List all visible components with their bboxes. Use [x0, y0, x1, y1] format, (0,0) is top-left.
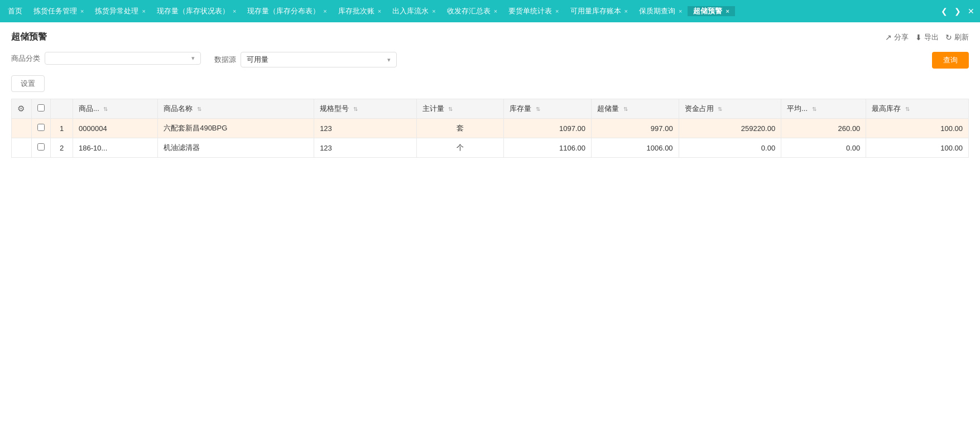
nav-tab-close-6[interactable]: × [432, 8, 435, 14]
cell-value-0-9: 259220.00 [741, 124, 775, 133]
cell-value-1-7: 1106.00 [559, 144, 585, 152]
nav-tab-7[interactable]: 收发存汇总表× [441, 6, 503, 16]
col-checkbox-all[interactable] [32, 99, 51, 119]
sort-unit-icon: ⇅ [448, 106, 453, 112]
col-stock[interactable]: 库存量 ⇅ [504, 99, 592, 119]
cell-value-0-6: 套 [457, 124, 464, 132]
nav-tab-close-4[interactable]: × [323, 8, 326, 14]
col-capital[interactable]: 资金占用 ⇅ [679, 99, 781, 119]
nav-tab-3[interactable]: 现存量（库存状况表）× [151, 6, 242, 16]
query-button[interactable]: 查询 [932, 52, 969, 69]
sort-goods-code-icon: ⇅ [103, 106, 108, 112]
nav-tab-close-9[interactable]: × [624, 8, 628, 14]
nav-tab-0[interactable]: 首页 [2, 6, 28, 16]
cell-value-1-11: 100.00 [940, 144, 963, 152]
nav-tab-10[interactable]: 保质期查询× [633, 6, 688, 16]
table-row: 10000004六配套新昌490BPG123套1097.00997.002592… [12, 119, 969, 138]
sort-overstock-icon: ⇅ [623, 106, 628, 112]
datasource-select-value: 可用量 [247, 55, 268, 65]
row-checkbox-0[interactable] [37, 124, 45, 131]
cell-0-7: 1097.00 [504, 119, 592, 138]
sort-goods-name-icon: ⇅ [197, 106, 201, 112]
col-settings-gear[interactable]: ⚙ [12, 99, 32, 119]
settings-button[interactable]: 设置 [11, 75, 45, 92]
category-label: 商品分类 [11, 54, 40, 64]
cell-0-10: 260.00 [781, 119, 866, 138]
cell-0-5: 123 [314, 119, 417, 138]
cell-value-1-6: 个 [457, 143, 464, 152]
nav-tab-label-2: 拣货异常处理 [95, 6, 138, 16]
col-goods-code-label: 商品... [79, 104, 99, 113]
nav-tab-label-5: 库存批次账 [338, 6, 374, 16]
nav-tab-close-2[interactable]: × [142, 8, 145, 14]
settings-gear-icon: ⚙ [17, 104, 25, 113]
category-select[interactable]: ▾ [45, 52, 201, 65]
col-unit[interactable]: 主计量 ⇅ [416, 99, 504, 119]
cell-1-10: 0.00 [781, 138, 866, 158]
sort-capital-icon: ⇅ [718, 106, 722, 112]
nav-tab-5[interactable]: 库存批次账× [333, 6, 387, 16]
col-spec[interactable]: 规格型号 ⇅ [314, 99, 417, 119]
nav-tab-6[interactable]: 出入库流水× [387, 6, 441, 16]
col-max-stock-label: 最高库存 [872, 104, 901, 113]
row-checkbox-1[interactable] [37, 143, 45, 151]
datasource-dropdown-icon: ▾ [387, 56, 391, 64]
export-button[interactable]: ⬇ 导出 [915, 32, 939, 42]
export-icon: ⬇ [915, 33, 922, 42]
cell-1-8: 1006.00 [591, 138, 679, 158]
nav-tab-close-3[interactable]: × [233, 8, 236, 14]
gear-cell-0 [12, 119, 32, 138]
refresh-button[interactable]: ↻ 刷新 [945, 32, 969, 42]
col-overstock[interactable]: 超储量 ⇅ [591, 99, 679, 119]
page-title: 超储预警 [11, 31, 47, 43]
table-row: 2186-10...机油滤清器123个1106.001006.000.000.0… [12, 138, 969, 158]
filter-actions: 查询 [932, 52, 969, 69]
nav-tab-1[interactable]: 拣货任务管理× [28, 6, 89, 16]
nav-tab-8[interactable]: 要货单统计表× [503, 6, 564, 16]
col-goods-name-label: 商品名称 [164, 104, 193, 113]
page-content: 超储预警 ↗ 分享 ⬇ 导出 ↻ 刷新 商品分类 ▾ 数据源 [0, 22, 980, 446]
nav-arrow-left[interactable]: ❮ [938, 0, 951, 22]
nav-tab-4[interactable]: 现存量（库存分布表）× [242, 6, 332, 16]
nav-tab-close-5[interactable]: × [378, 8, 381, 14]
nav-tab-close-1[interactable]: × [80, 8, 84, 14]
nav-tab-close-7[interactable]: × [494, 8, 497, 14]
nav-tab-label-10: 保质期查询 [639, 6, 675, 16]
cell-0-6: 套 [416, 119, 504, 138]
col-goods-code[interactable]: 商品... ⇅ [73, 99, 158, 119]
cell-value-0-7: 1097.00 [559, 124, 585, 133]
nav-tab-label-11: 超储预警 [693, 6, 722, 16]
filter-area: 商品分类 ▾ 数据源 可用量 ▾ 查询 [11, 52, 969, 69]
nav-tab-close-10[interactable]: × [679, 8, 682, 14]
gear-cell-1 [12, 138, 32, 158]
nav-tab-close-11[interactable]: × [726, 8, 729, 14]
col-spec-label: 规格型号 [320, 104, 349, 113]
col-goods-name[interactable]: 商品名称 ⇅ [158, 99, 314, 119]
sort-max-stock-icon: ⇅ [905, 106, 910, 112]
col-avg-label: 平均... [787, 104, 808, 113]
nav-tab-close-8[interactable]: × [555, 8, 559, 14]
share-icon: ↗ [885, 33, 892, 42]
nav-tab-9[interactable]: 可用量库存账本× [565, 6, 633, 16]
nav-tab-11[interactable]: 超储预警× [688, 6, 734, 16]
nav-arrow-close[interactable]: ✕ [964, 0, 978, 22]
refresh-icon: ↻ [945, 33, 952, 42]
select-all-checkbox[interactable] [37, 104, 45, 112]
sort-avg-icon: ⇅ [812, 106, 816, 112]
cell-value-0-10: 260.00 [838, 124, 861, 133]
nav-arrow-right[interactable]: ❯ [951, 0, 964, 22]
nav-tab-2[interactable]: 拣货异常处理× [89, 6, 151, 16]
datasource-select[interactable]: 可用量 ▾ [241, 52, 397, 67]
cell-value-1-2: 2 [60, 144, 64, 152]
cell-value-0-11: 100.00 [940, 124, 963, 133]
nav-tab-label-9: 可用量库存账本 [570, 6, 621, 16]
share-button[interactable]: ↗ 分享 [885, 32, 909, 42]
nav-tab-label-8: 要货单统计表 [508, 6, 552, 16]
col-avg[interactable]: 平均... ⇅ [781, 99, 866, 119]
cell-1-11: 100.00 [866, 138, 969, 158]
col-capital-label: 资金占用 [685, 104, 714, 113]
nav-tab-label-4: 现存量（库存分布表） [247, 6, 320, 16]
col-rownum [51, 99, 73, 119]
col-max-stock[interactable]: 最高库存 ⇅ [866, 99, 969, 119]
category-filter-group: 商品分类 ▾ [11, 52, 201, 65]
